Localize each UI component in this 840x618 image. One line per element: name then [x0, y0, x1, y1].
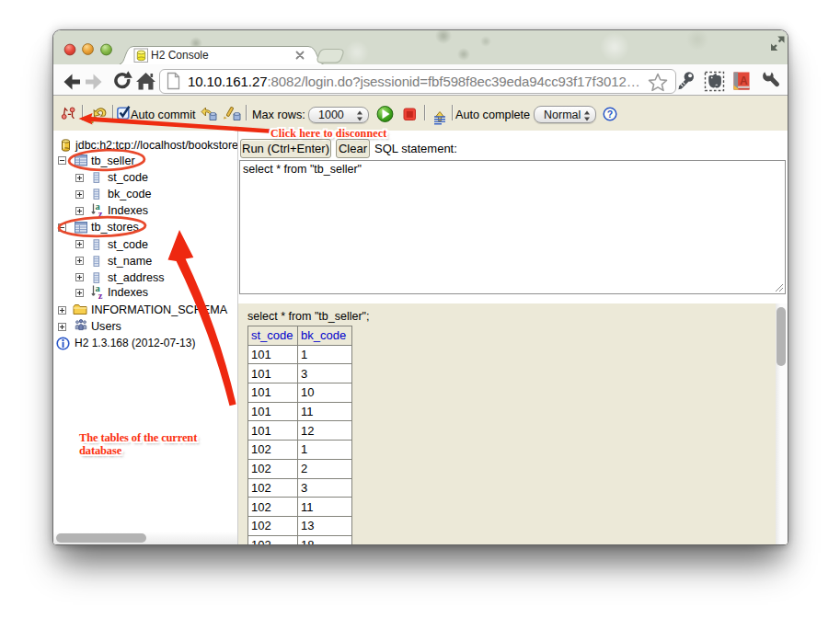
svg-text:?: ? [607, 109, 613, 120]
svg-text:A: A [740, 74, 748, 87]
